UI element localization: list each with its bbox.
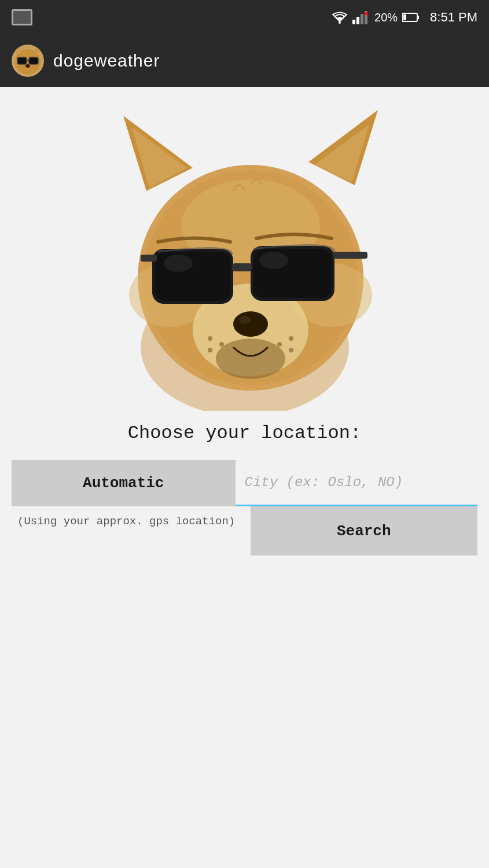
search-column: Search bbox=[251, 506, 478, 556]
app-bar: dogeweather bbox=[0, 35, 489, 87]
battery-percent: 20% bbox=[374, 11, 398, 24]
svg-point-35 bbox=[164, 255, 193, 272]
svg-point-43 bbox=[219, 342, 224, 347]
svg-point-44 bbox=[208, 348, 212, 352]
svg-point-45 bbox=[289, 336, 293, 341]
status-time: 8:51 PM bbox=[430, 10, 477, 25]
screen-icon bbox=[12, 9, 32, 25]
app-logo bbox=[12, 45, 44, 77]
svg-point-38 bbox=[259, 252, 288, 269]
svg-point-32 bbox=[216, 339, 285, 379]
doge-illustration bbox=[94, 98, 395, 411]
svg-rect-41 bbox=[333, 252, 367, 259]
svg-rect-1 bbox=[352, 20, 355, 24]
svg-point-0 bbox=[339, 21, 341, 24]
svg-point-31 bbox=[239, 316, 251, 324]
city-input[interactable] bbox=[236, 460, 478, 506]
gps-note: (Using your approx. gps location) bbox=[17, 515, 235, 528]
svg-point-18 bbox=[25, 64, 30, 68]
signal-icon: ✕ bbox=[352, 10, 370, 24]
gps-note-column: (Using your approx. gps location) bbox=[12, 506, 251, 556]
svg-point-42 bbox=[208, 336, 212, 341]
svg-point-46 bbox=[277, 342, 282, 347]
svg-rect-39 bbox=[232, 263, 252, 271]
svg-rect-8 bbox=[403, 14, 406, 20]
svg-point-30 bbox=[233, 311, 268, 337]
app-title: dogeweather bbox=[53, 51, 160, 71]
svg-text:✕: ✕ bbox=[363, 10, 369, 18]
doge-image-area bbox=[0, 87, 489, 422]
svg-rect-16 bbox=[29, 57, 38, 64]
bottom-row: (Using your approx. gps location) Search bbox=[12, 506, 477, 556]
main-content: Choose your location: Automatic (Using y… bbox=[0, 87, 489, 868]
svg-point-47 bbox=[289, 348, 293, 352]
status-icons: ✕ 20% 8:51 PM bbox=[332, 10, 477, 25]
automatic-button[interactable]: Automatic bbox=[12, 460, 236, 506]
svg-rect-2 bbox=[356, 17, 359, 24]
choose-location-label: Choose your location: bbox=[128, 422, 361, 444]
battery-icon bbox=[402, 12, 420, 23]
location-section: Choose your location: Automatic (Using y… bbox=[0, 422, 489, 556]
status-bar: ✕ 20% 8:51 PM bbox=[0, 0, 489, 35]
svg-rect-40 bbox=[141, 255, 157, 262]
svg-rect-7 bbox=[417, 16, 419, 19]
svg-rect-15 bbox=[17, 57, 27, 64]
controls-row: Automatic bbox=[12, 460, 477, 506]
wifi-icon bbox=[332, 11, 348, 24]
search-button[interactable]: Search bbox=[251, 506, 478, 556]
